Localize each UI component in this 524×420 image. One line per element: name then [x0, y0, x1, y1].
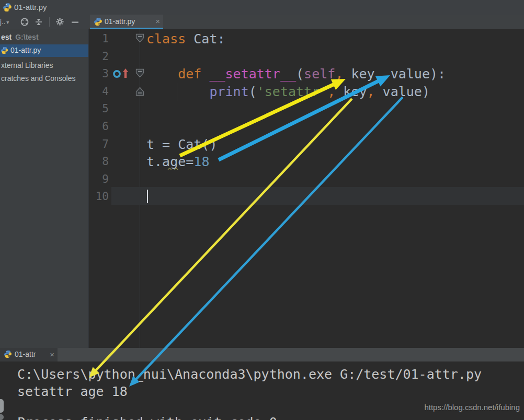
editor-tab-label: 01-attr.py — [105, 17, 135, 26]
run-tab-label: 01-attr — [15, 350, 36, 358]
code-editor[interactable]: 1class Cat:23 def __setattr__(self, key,… — [89, 29, 524, 348]
tree-item-label: cratches and Consoles — [1, 74, 75, 83]
project-tree-item-01-attr-py[interactable]: 01-attr.py — [0, 44, 89, 57]
python-file-icon — [94, 17, 102, 28]
collapse-all-icon[interactable] — [34, 17, 44, 28]
watermark-url: https://blog.csdn.net/ifubing — [424, 403, 520, 412]
toolbar-separator — [49, 17, 50, 27]
python-file-icon — [4, 350, 12, 360]
chevron-down-icon: ▾ — [6, 19, 9, 25]
fold-region-start-icon[interactable] — [135, 68, 144, 80]
code-text: t = Cat() — [146, 136, 217, 154]
code-line-9: 9 — [89, 171, 524, 189]
code-line-5: 5 — [89, 100, 524, 118]
console-line: setattr age 18 — [17, 383, 128, 400]
tree-item-label: 01-attr.py — [10, 46, 41, 54]
code-line-1: 1class Cat: — [89, 30, 524, 48]
close-icon[interactable]: × — [155, 17, 160, 26]
console-line-partial: Process finished with exit code 0 — [17, 414, 277, 420]
code-line-7: 7t = Cat() — [89, 136, 524, 154]
project-tree-panel: estG:\test01-attr.pyxternal Librariescra… — [0, 29, 89, 348]
window-title: 01-attr.py — [14, 3, 47, 11]
floating-button-partial[interactable] — [0, 399, 4, 413]
line-number: 5 — [89, 100, 109, 118]
line-number: 8 — [89, 153, 109, 171]
line-number: 9 — [89, 171, 109, 189]
console-line: C:\Users\python_hui\Anaconda3\python.exe… — [17, 366, 482, 383]
run-tab-01-attr[interactable]: 01-attr × — [0, 348, 58, 361]
override-method-icon[interactable] — [112, 69, 121, 80]
tree-item-label: estG:\test — [1, 33, 39, 41]
code-line-2: 2 — [89, 48, 524, 66]
code-line-3: 3 def __setattr__(self, key, value): — [89, 65, 524, 83]
tree-item-path: G:\test — [15, 33, 38, 41]
editor-tab-bar: 01-attr.py × — [89, 15, 524, 29]
fold-region-start-icon[interactable] — [135, 33, 144, 45]
project-view-selector[interactable]: j..▾ — [0, 18, 9, 26]
line-number: 7 — [89, 136, 109, 154]
line-number: 4 — [89, 83, 109, 101]
tree-item-label: xternal Libraries — [1, 61, 53, 69]
code-text: def __setattr__(self, key, value): — [146, 65, 446, 83]
line-number: 3 — [89, 65, 109, 83]
code-line-10: 10 — [89, 188, 524, 206]
text-caret — [147, 190, 148, 203]
code-line-4: 4 print('setattr', key, value) — [89, 83, 524, 101]
locate-icon[interactable] — [19, 17, 30, 27]
line-number: 1 — [89, 30, 109, 48]
code-line-8: 8t.age=18 — [89, 153, 524, 171]
line-number: 10 — [89, 188, 109, 206]
project-tree-item-est[interactable]: estG:\test — [0, 31, 89, 43]
python-file-icon — [3, 3, 12, 14]
run-toolwindow-tab-bar: 01-attr × — [0, 348, 524, 361]
overrides-up-arrow-icon[interactable] — [122, 68, 129, 80]
hide-panel-icon[interactable] — [71, 18, 82, 29]
code-text: print('setattr', key, value) — [146, 83, 430, 101]
line-number: 2 — [89, 48, 109, 66]
window-title-bar: 01-attr.py — [0, 0, 524, 15]
python-file-icon — [1, 46, 8, 56]
editor-tab-01-attr-py[interactable]: 01-attr.py × — [90, 15, 163, 29]
code-line-6: 6 — [89, 118, 524, 136]
code-text: class Cat: — [146, 30, 225, 48]
project-tree-item-xternal-libraries[interactable]: xternal Libraries — [0, 60, 89, 72]
indent-guide — [177, 83, 177, 101]
close-icon[interactable]: × — [50, 350, 54, 359]
line-number: 6 — [89, 118, 109, 136]
project-tree-item-cratches-and-consoles[interactable]: cratches and Consoles — [0, 73, 89, 85]
settings-gear-icon[interactable] — [55, 17, 65, 27]
project-panel-toolbar: j..▾ — [0, 15, 89, 29]
fold-region-end-icon[interactable] — [135, 86, 144, 98]
